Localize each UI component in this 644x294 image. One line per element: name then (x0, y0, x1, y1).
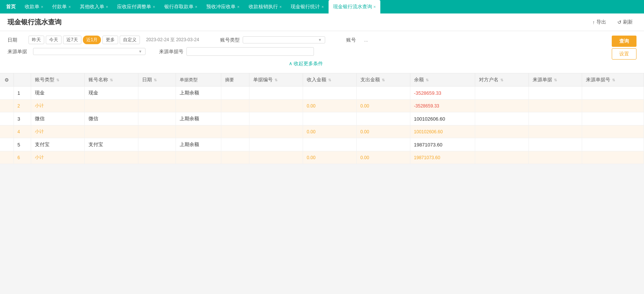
nav-item-bank-deposit[interactable]: 银行存取款单× (160, 0, 202, 13)
table-cell: 0.00 (303, 151, 356, 164)
table-cell (475, 87, 528, 100)
nav-item-payment[interactable]: 付款单× (48, 0, 75, 13)
table-cell (475, 151, 528, 164)
table-cell (582, 100, 644, 112)
table-cell: 1 (14, 87, 31, 100)
table-cell: 微信 (85, 112, 138, 125)
nav-item-other-income[interactable]: 其他收入单× (75, 0, 113, 13)
col-date: 日期 ⇅ (138, 73, 176, 87)
table-cell: 0.00 (356, 100, 410, 112)
table-cell (582, 125, 644, 138)
table-cell: 3 (14, 112, 31, 125)
col-doc-no: 单据编号 ⇅ (249, 73, 303, 87)
table-cell (303, 87, 356, 100)
col-gear-cell (0, 87, 14, 100)
sort-balance-icon[interactable]: ⇅ (426, 78, 429, 82)
table-cell: 6 (14, 151, 31, 164)
table-cell: 0.00 (303, 100, 356, 112)
balance-cell: -3528659.33 (410, 100, 475, 112)
col-summary: 摘要 (221, 73, 249, 87)
source-doc-no-label: 来源单据号 (159, 48, 183, 55)
table-cell (356, 138, 410, 151)
nav-close-receipt[interactable]: × (41, 4, 43, 9)
date-btn-近1月[interactable]: 近1月 (83, 36, 101, 44)
balance-cell: 19871073.60 (410, 151, 475, 164)
table-cell (221, 138, 249, 151)
table-cell: 支付宝 (31, 138, 85, 151)
sort-counterparty-icon[interactable]: ⇅ (500, 78, 503, 82)
table-cell (528, 138, 582, 151)
col-expense: 支出金额 ⇅ (356, 73, 410, 87)
nav-item-cash-bank-stat[interactable]: 现金银行统计× (286, 0, 328, 13)
nav-item-home[interactable]: 首页 (2, 0, 20, 13)
table-cell (249, 87, 303, 100)
account-label: 账号 (346, 37, 361, 43)
export-button[interactable]: ↑ 导出 (589, 17, 610, 27)
nav-close-receipt-verify[interactable]: × (279, 4, 282, 9)
nav-item-advance-offset[interactable]: 预收冲应收单× (202, 0, 244, 13)
sort-source-doc-icon[interactable]: ⇅ (554, 78, 557, 82)
table-cell (221, 151, 249, 164)
table-cell: 5 (14, 138, 31, 151)
balance-cell: 19871073.60 (410, 138, 475, 151)
nav-close-other-income[interactable]: × (106, 4, 108, 9)
export-icon: ↑ (593, 19, 595, 25)
table-cell (221, 112, 249, 125)
nav-close-advance-offset[interactable]: × (237, 4, 239, 9)
table-row: 2小计0.000.00-3528659.33 (0, 100, 644, 112)
sort-income-icon[interactable]: ⇅ (328, 78, 331, 82)
col-gear[interactable]: ⚙ (0, 73, 14, 87)
table-row: 1现金现金上期余额-3528659.33 (0, 87, 644, 100)
nav-item-ar-adjustment[interactable]: 应收应付调整单× (113, 0, 159, 13)
nav-item-cash-bank-flow[interactable]: 现金银行流水查询× (329, 0, 380, 13)
table-cell (249, 138, 303, 151)
nav-item-receipt-verify[interactable]: 收款核销执行× (244, 0, 286, 13)
date-btn-自定义[interactable]: 自定义 (120, 36, 140, 44)
table-cell: 小计 (31, 151, 85, 164)
sort-doc-no-icon[interactable]: ⇅ (275, 78, 278, 82)
date-btn-近7天[interactable]: 近7天 (63, 36, 81, 44)
table-cell (582, 87, 644, 100)
sort-account-name-icon[interactable]: ⇅ (110, 78, 113, 82)
table-cell (475, 100, 528, 112)
table-cell (303, 112, 356, 125)
settings-button[interactable]: 设置 (612, 48, 636, 60)
top-nav: 首页收款单×付款单×其他收入单×应收应付调整单×银行存取款单×预收冲应收单×收款… (0, 0, 644, 13)
collapse-bar[interactable]: ∧ 收起更多条件 (8, 59, 604, 69)
date-btn-昨天[interactable]: 昨天 (29, 36, 44, 44)
nav-item-receipt[interactable]: 收款单× (20, 0, 48, 13)
date-range: 2023-02-24 至 2023-03-24 (146, 37, 199, 43)
table-cell (138, 87, 176, 100)
table-cell: 上期余额 (176, 112, 221, 125)
table-cell (528, 112, 582, 125)
nav-close-cash-bank-stat[interactable]: × (321, 4, 324, 9)
col-source-doc-no: 来源单据号 ⇅ (582, 73, 644, 87)
table-cell (221, 87, 249, 100)
table-cell (249, 151, 303, 164)
refresh-button[interactable]: ↺ 刷新 (614, 17, 636, 27)
source-doc-no-input[interactable] (186, 47, 314, 56)
date-btn-更多[interactable]: 更多 (102, 36, 118, 44)
source-doc-select[interactable]: ▼ (33, 48, 146, 55)
table-cell (356, 87, 410, 100)
sort-source-doc-no-icon[interactable]: ⇅ (612, 78, 615, 82)
nav-close-bank-deposit[interactable]: × (195, 4, 197, 9)
table-header: ⚙ 账号类型 ⇅ 账号名称 ⇅ 日期 (0, 73, 644, 87)
filter-area: 日期 昨天今天近7天近1月更多自定义 2023-02-24 至 2023-03-… (0, 31, 644, 73)
nav-close-ar-adjustment[interactable]: × (153, 4, 155, 9)
account-type-select[interactable]: ▼ (243, 36, 325, 43)
table-cell (85, 125, 138, 138)
table-cell: 4 (14, 125, 31, 138)
table-cell: 2 (14, 100, 31, 112)
sort-date-icon[interactable]: ⇅ (154, 78, 157, 82)
sort-account-type-icon[interactable]: ⇅ (56, 78, 59, 82)
table-cell (475, 138, 528, 151)
table-cell (475, 112, 528, 125)
nav-close-cash-bank-flow[interactable]: × (374, 4, 376, 9)
nav-close-payment[interactable]: × (68, 4, 71, 9)
table-cell: 小计 (31, 125, 85, 138)
date-btn-今天[interactable]: 今天 (46, 36, 62, 44)
query-button[interactable]: 查询 (612, 36, 636, 47)
account-more[interactable]: ... (364, 37, 368, 43)
sort-expense-icon[interactable]: ⇅ (382, 78, 385, 82)
